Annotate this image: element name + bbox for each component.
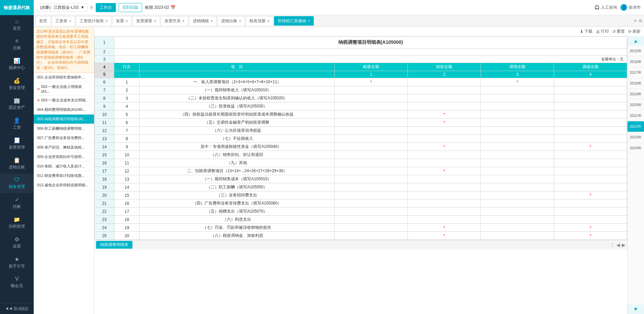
item-cell[interactable]: 二、扣除类调整项目（13+14+...24+26+27+28+29+30） bbox=[140, 167, 335, 175]
item-cell[interactable]: （八）销售折扣、折让和退回 bbox=[140, 151, 335, 159]
c3-cell[interactable] bbox=[481, 127, 554, 135]
c2-cell[interactable] bbox=[408, 216, 481, 224]
year-item[interactable]: 2023年 bbox=[627, 132, 644, 143]
list-item-006[interactable]: 006-职工薪酬纳税调整明细... bbox=[34, 124, 94, 133]
c1-cell[interactable] bbox=[335, 159, 408, 167]
refresh-button[interactable]: ⟳ 刷新 bbox=[628, 29, 641, 34]
c4-cell[interactable] bbox=[554, 86, 627, 94]
tab-home[interactable]: 首页 bbox=[35, 16, 51, 26]
sidebar-item-settle[interactable]: ✓ 结账 bbox=[0, 193, 34, 213]
c1-cell[interactable] bbox=[335, 127, 408, 135]
tab-purchase-check[interactable]: 进销稽核 ✕ bbox=[189, 16, 217, 26]
bottom-tab-label[interactable]: 纳税调整明细表 bbox=[96, 241, 132, 249]
item-cell[interactable]: （五）捐赠支出（填写A105070） bbox=[140, 208, 335, 216]
tab-salary-stats[interactable]: 工资统计报表 ✕ bbox=[76, 16, 112, 26]
c2-cell[interactable] bbox=[408, 94, 481, 102]
c1-cell[interactable] bbox=[335, 183, 408, 191]
close-icon[interactable]: ✕ bbox=[154, 19, 156, 23]
list-item-004[interactable]: 004-期间费用明细表(A1040... bbox=[34, 105, 94, 115]
close-icon[interactable]: ✕ bbox=[267, 19, 270, 23]
tab-purchase-ledger[interactable]: 进销台账 ✕ bbox=[217, 16, 245, 26]
c1-cell[interactable] bbox=[335, 208, 408, 216]
item-cell[interactable]: （四）广告费和业务宣传费支出（填写A105060） bbox=[140, 199, 335, 208]
workbench-button[interactable]: 工作台 bbox=[96, 3, 116, 12]
c4-cell[interactable] bbox=[554, 175, 627, 183]
year-item[interactable]: 2015年 bbox=[627, 46, 644, 57]
c3-cell[interactable] bbox=[481, 94, 554, 102]
year-item[interactable]: 2021年 bbox=[627, 111, 644, 121]
c2-cell[interactable] bbox=[408, 183, 481, 191]
close-icon[interactable]: ✕ bbox=[182, 19, 185, 23]
list-item-010[interactable]: 010-免税、减计收入及加计... bbox=[34, 162, 94, 171]
c4-cell[interactable] bbox=[554, 102, 627, 111]
list-item-002[interactable]: ⊗ 002-一般企业收入明细表(A1... bbox=[34, 82, 94, 96]
sidebar-item-assets[interactable]: 🏢 固定资产 bbox=[0, 94, 34, 114]
download-button[interactable]: ⬇ 下载 bbox=[580, 29, 592, 34]
item-cell[interactable]: （一）视同销售成本（填写A105010） bbox=[140, 175, 335, 183]
close-icon[interactable]: ✕ bbox=[210, 19, 213, 23]
year-item[interactable]: 2022年 bbox=[627, 121, 644, 132]
item-cell[interactable]: （五）交易性金融资产初始投资调整 bbox=[140, 119, 335, 127]
close-icon[interactable]: ✕ bbox=[239, 19, 241, 23]
c4-cell[interactable]: * bbox=[554, 143, 627, 151]
list-item-005[interactable]: 005-纳税调整项目明细表(A1... bbox=[34, 115, 94, 124]
c1-cell[interactable] bbox=[335, 175, 408, 183]
c2-cell[interactable]: * bbox=[408, 119, 481, 127]
c1-cell[interactable] bbox=[335, 143, 408, 151]
tab-settings-icon[interactable]: ⚙ bbox=[639, 19, 642, 23]
c2-cell[interactable] bbox=[408, 191, 481, 199]
c1-cell[interactable] bbox=[335, 86, 408, 94]
c3-cell[interactable] bbox=[481, 167, 554, 175]
year-down-button[interactable]: ▼ bbox=[627, 305, 644, 314]
c3-cell[interactable] bbox=[481, 175, 554, 183]
c4-cell[interactable] bbox=[554, 78, 627, 86]
c4-cell[interactable]: * bbox=[554, 191, 627, 199]
c1-cell[interactable] bbox=[335, 135, 408, 143]
scroll-right2-icon[interactable]: ▶ bbox=[622, 242, 625, 248]
c4-cell[interactable] bbox=[554, 216, 627, 224]
year-item[interactable]: 2024年 bbox=[627, 143, 644, 154]
item-cell[interactable]: 其中：专项用途财政性资金（填写A105040） bbox=[140, 143, 335, 151]
c1-cell[interactable] bbox=[335, 224, 408, 232]
c2-cell[interactable] bbox=[408, 199, 481, 208]
c3-cell[interactable] bbox=[481, 86, 554, 94]
c2-cell[interactable] bbox=[408, 102, 481, 111]
c4-cell[interactable]: * bbox=[554, 232, 627, 240]
c4-cell[interactable] bbox=[554, 167, 627, 175]
c4-cell[interactable] bbox=[554, 135, 627, 143]
c2-cell[interactable] bbox=[408, 135, 481, 143]
item-cell[interactable]: （九）其他 bbox=[140, 159, 335, 167]
scroll-right-icon[interactable]: ◀ bbox=[616, 242, 620, 248]
sidebar-item-funds[interactable]: 💰 资金管理 bbox=[0, 74, 34, 94]
c3-cell[interactable] bbox=[481, 208, 554, 216]
sidebar-item-purchase[interactable]: 📋 进销台账 bbox=[0, 154, 34, 174]
tab-invoice-open[interactable]: 发票开具 ✕ bbox=[161, 16, 188, 26]
c3-cell[interactable] bbox=[481, 224, 554, 232]
item-cell[interactable]: （三）业务招待费支出 bbox=[140, 191, 335, 199]
c1-cell[interactable] bbox=[335, 102, 408, 111]
c1-cell[interactable] bbox=[335, 119, 408, 127]
sidebar-item-invoice-mgmt[interactable]: 🧾 发票管理 bbox=[0, 134, 34, 154]
item-cell[interactable]: （三）投资收益（填写A105030） bbox=[140, 102, 335, 111]
c1-cell[interactable] bbox=[335, 232, 408, 240]
year-item[interactable]: 2016年 bbox=[627, 57, 644, 67]
c4-cell[interactable]: * bbox=[554, 224, 627, 232]
c2-cell[interactable]: * bbox=[408, 232, 481, 240]
c1-cell[interactable] bbox=[335, 216, 408, 224]
close-icon[interactable]: ✕ bbox=[105, 19, 108, 23]
print-button[interactable]: 🖨 打印 bbox=[596, 29, 609, 34]
c3-cell[interactable] bbox=[481, 111, 554, 119]
c3-cell[interactable] bbox=[481, 183, 554, 191]
c2-cell[interactable] bbox=[408, 208, 481, 216]
item-cell[interactable]: （八）税收滞纳金、加收利息 bbox=[140, 232, 335, 240]
user-menu[interactable]: 👤 徐泽华 bbox=[620, 4, 641, 11]
old-version-button[interactable]: 切到旧版 bbox=[119, 3, 142, 12]
sidebar-item-settings[interactable]: ⚙ 设置 bbox=[0, 233, 34, 253]
close-icon[interactable]: ✕ bbox=[69, 19, 71, 23]
c3-cell[interactable] bbox=[481, 199, 554, 208]
customer-service[interactable]: 🎧 人工咨询 bbox=[594, 5, 617, 10]
c2-cell[interactable]: * bbox=[408, 111, 481, 119]
c4-cell[interactable] bbox=[554, 111, 627, 119]
c4-cell[interactable] bbox=[554, 199, 627, 208]
sidebar-item-tax[interactable]: 🛡 税务管理 bbox=[0, 174, 34, 193]
